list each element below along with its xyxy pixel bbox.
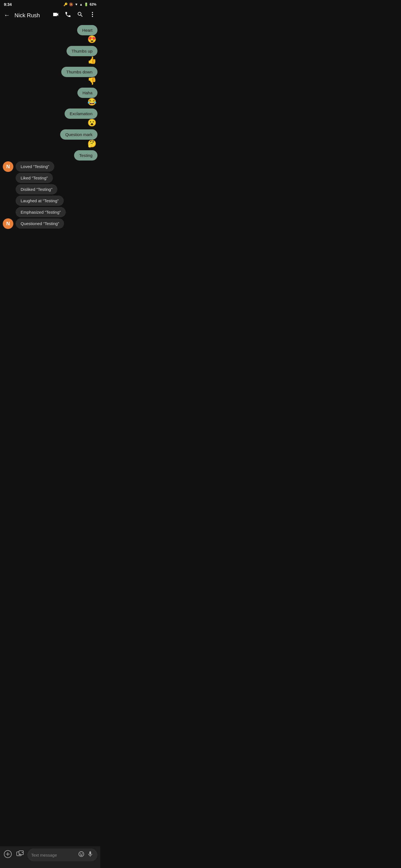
received-message-loved: N Loved “Testing” bbox=[3, 161, 97, 172]
received-message-questioned: N Questioned “Testing” bbox=[3, 218, 97, 229]
sent-message-thumbs-up: Thumbs up 👍 bbox=[3, 46, 97, 66]
message-reaction-emoji: 😍 bbox=[87, 35, 96, 44]
received-message-liked: Liked “Testing” bbox=[3, 173, 97, 184]
app-bar: ← Nick Rush bbox=[0, 8, 100, 23]
message-bubble: Haha bbox=[78, 88, 97, 98]
contact-name: Nick Rush bbox=[15, 12, 49, 19]
status-icons: 🔑 🔕 ▼ ▲ 🔋 62% bbox=[63, 2, 96, 6]
video-call-button[interactable] bbox=[51, 10, 61, 21]
message-reaction-emoji: 😂 bbox=[87, 98, 96, 106]
message-reaction-emoji: 👍 bbox=[87, 56, 96, 65]
message-bubble: Heart bbox=[77, 25, 97, 35]
battery-percentage: 62% bbox=[90, 2, 96, 6]
avatar: N bbox=[3, 218, 13, 229]
received-message-laughed: Laughed at “Testing” bbox=[3, 195, 97, 207]
status-time: 9:34 bbox=[4, 2, 12, 7]
sent-message-testing: Testing bbox=[3, 150, 97, 161]
svg-point-0 bbox=[92, 12, 93, 13]
message-bubble: Laughed at “Testing” bbox=[16, 195, 64, 206]
message-bubble: Liked “Testing” bbox=[16, 173, 53, 183]
avatar: N bbox=[3, 161, 13, 172]
message-bubble: Question mark bbox=[60, 129, 97, 140]
back-button[interactable]: ← bbox=[2, 10, 12, 20]
more-options-button[interactable] bbox=[87, 10, 97, 21]
sent-message-heart: Heart 😍 bbox=[3, 25, 97, 45]
wifi-icon: ▼ bbox=[75, 2, 78, 6]
battery-icon: 🔋 bbox=[84, 2, 88, 6]
app-bar-actions bbox=[51, 10, 97, 21]
message-reaction-emoji: 👎 bbox=[87, 77, 96, 85]
sent-message-question-mark: Question mark 🤔 bbox=[3, 129, 97, 150]
message-bubble: Loved “Testing” bbox=[16, 161, 54, 172]
messages-container: Heart 😍 Thumbs up 👍 Thumbs down 👎 Haha 😂… bbox=[0, 23, 100, 255]
phone-call-button[interactable] bbox=[63, 10, 73, 21]
message-bubble: Emphasized “Testing” bbox=[16, 207, 66, 217]
message-bubble: Thumbs up bbox=[66, 46, 97, 56]
search-button[interactable] bbox=[75, 10, 85, 21]
message-bubble: Exclamation bbox=[65, 108, 97, 119]
sent-message-exclamation: Exclamation 😮 bbox=[3, 108, 97, 129]
message-bubble: Thumbs down bbox=[61, 67, 97, 77]
message-bubble: Questioned “Testing” bbox=[16, 218, 64, 229]
message-bubble: Testing bbox=[74, 150, 97, 160]
svg-point-2 bbox=[92, 16, 93, 17]
mute-icon: 🔕 bbox=[69, 2, 73, 6]
signal-icon: ▲ bbox=[79, 2, 83, 6]
sent-message-haha: Haha 😂 bbox=[3, 88, 97, 108]
received-message-emphasized: Emphasized “Testing” bbox=[3, 207, 97, 218]
received-message-disliked: Disliked “Testing” bbox=[3, 184, 97, 195]
message-reaction-emoji: 😮 bbox=[87, 119, 96, 127]
key-icon: 🔑 bbox=[63, 2, 68, 6]
status-bar: 9:34 🔑 🔕 ▼ ▲ 🔋 62% bbox=[0, 0, 100, 8]
sent-message-thumbs-down: Thumbs down 👎 bbox=[3, 67, 97, 87]
message-reaction-emoji: 🤔 bbox=[87, 140, 96, 148]
message-bubble: Disliked “Testing” bbox=[16, 184, 57, 194]
svg-point-1 bbox=[92, 14, 93, 15]
